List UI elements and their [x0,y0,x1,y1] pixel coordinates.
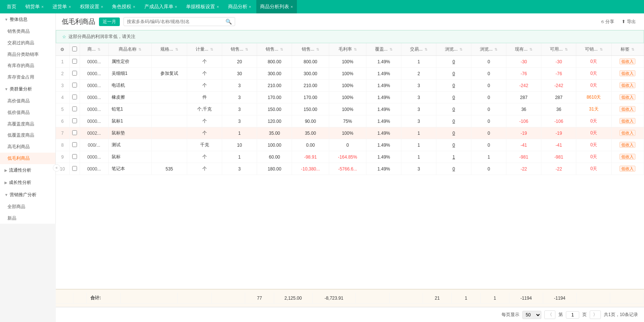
cell-checkbox[interactable] [69,103,80,115]
cell-checkbox[interactable] [69,163,80,175]
sidebar-item-sales-products[interactable]: 销售类商品 [0,26,55,37]
sidebar-item-all-products[interactable]: 全部商品 [0,201,55,213]
col-view2[interactable]: 浏览... ⇅ [471,43,506,56]
cell-current-stock: -19 [506,127,541,139]
sidebar-collapse-button[interactable]: « [53,164,60,172]
nav-product-inbound[interactable]: 产成品入库单 × [141,0,181,13]
cell-available: -106 [541,115,576,127]
row-checkbox-8[interactable] [72,142,77,147]
close-sales-order-icon[interactable]: × [41,4,44,9]
search-input[interactable] [127,19,225,24]
cell-checkbox[interactable] [69,139,80,151]
cell-view1[interactable]: 0 [436,92,471,103]
cell-code: 0002... [80,127,109,139]
nav-product-analysis[interactable]: 商品分析 × [224,0,255,13]
sidebar-group-marketing[interactable]: ▼ 营销推广分析 [0,189,55,201]
row-checkbox-5[interactable] [72,106,77,111]
cell-view1[interactable]: 0 [436,115,471,127]
sidebar-item-high-margin[interactable]: 高毛利商品 [0,141,55,153]
cell-view1[interactable]: 0 [436,103,471,115]
cell-checkbox[interactable] [69,127,80,139]
nav-template-settings[interactable]: 单据模板设置 × [182,0,222,13]
cell-checkbox[interactable] [69,80,80,92]
cell-checkbox[interactable] [69,92,80,103]
col-coverage[interactable]: 覆盖... ⇅ [366,43,401,56]
sidebar-item-inventory-capital[interactable]: 库存资金占用 [0,71,55,83]
page-number-input[interactable] [566,311,579,319]
col-available[interactable]: 可用... ⇅ [541,43,576,56]
sidebar-group-growth[interactable]: ▶ 成长性分析 [0,176,55,189]
row-checkbox-10[interactable] [72,166,77,171]
nav-home[interactable]: 首页 [3,0,20,13]
share-button[interactable]: ⎋ 分享 [599,18,616,26]
close-purchase-order-icon[interactable]: × [68,4,71,9]
cell-checkbox[interactable] [69,115,80,127]
row-checkbox-9[interactable] [72,154,77,159]
close-product-analysis-icon[interactable]: × [249,4,251,9]
col-sales-amount[interactable]: 销售... ⇅ [292,43,329,56]
cell-view1[interactable]: 1 [436,151,471,163]
nav-product-analysis-list[interactable]: 商品分析列表 × [256,0,297,13]
next-page-button[interactable]: 〉 [590,310,601,319]
col-tag[interactable]: 标签 ⇅ [611,43,644,56]
col-unit[interactable]: 计量... ⇅ [187,43,222,56]
col-gross-margin[interactable]: 毛利率 ⇅ [329,43,366,56]
close-product-inbound-icon[interactable]: × [175,4,177,9]
cell-view1[interactable]: 0 [436,80,471,92]
sidebar-group-cluster-analysis[interactable]: ▼ 类群量分析 [0,83,55,95]
nav-role-auth[interactable]: 角色授权 × [108,0,139,13]
close-template-icon[interactable]: × [217,4,219,9]
cell-checkbox[interactable] [69,151,80,163]
nav-sales-order[interactable]: 销货单 × [22,0,47,13]
cell-gross-margin: 100% [329,80,366,92]
cell-checkbox[interactable] [69,56,80,68]
totals-current-stock: -1194 [509,293,543,304]
col-sales-price[interactable]: 销售... ⇅ [257,43,292,56]
col-code[interactable]: 商... ⇅ [80,43,109,56]
row-checkbox-7[interactable] [72,130,77,135]
col-current-stock[interactable]: 现有... ⇅ [506,43,541,56]
sidebar-item-high-value[interactable]: 高价值商品 [0,95,55,107]
filter-recent-month-button[interactable]: 近一月 [99,17,120,26]
sidebar-item-new-products[interactable]: 新品 [0,213,55,224]
col-sales-qty[interactable]: 销售... ⇅ [222,43,257,56]
col-trade-count[interactable]: 交易... ⇅ [401,43,436,56]
select-all-checkbox[interactable] [72,47,77,51]
cell-view1[interactable]: 0 [436,56,471,68]
sidebar-item-stocked-products[interactable]: 有库存的商品 [0,60,55,71]
sidebar: ▼ 整体信息 销售类商品 交易过的商品 商品分类助销率 有库存的商品 库存资金占… [0,13,56,224]
row-checkbox-4[interactable] [72,95,77,99]
sidebar-item-low-value[interactable]: 低价值商品 [0,107,55,118]
sidebar-item-low-margin[interactable]: 低毛利商品 [0,153,55,164]
sidebar-item-traded-products[interactable]: 交易过的商品 [0,37,55,49]
cell-view1[interactable]: 0 [436,68,471,80]
cell-view1[interactable]: 0 [436,163,471,175]
row-checkbox-3[interactable] [72,83,77,87]
export-button[interactable]: ⬆ 导出 [619,18,638,26]
nav-permission-settings[interactable]: 权限设置 × [76,0,107,13]
settings-icon[interactable]: ⚙ [60,47,64,52]
close-analysis-list-icon[interactable]: × [291,4,293,9]
col-name[interactable]: 商品名称 ⇅ [109,43,152,56]
col-sellable[interactable]: 可销... ⇅ [576,43,611,56]
nav-purchase-order[interactable]: 进货单 × [49,0,74,13]
cell-unit: 个 [187,127,222,139]
close-permission-icon[interactable]: × [101,4,103,9]
col-view1[interactable]: 浏览... ⇅ [436,43,471,56]
col-spec[interactable]: 规格... ⇅ [151,43,187,56]
cell-view1[interactable]: 0 [436,127,471,139]
sidebar-item-category-sales-rate[interactable]: 商品分类助销率 [0,49,55,60]
row-checkbox-6[interactable] [72,118,77,123]
cell-view1[interactable]: 0 [436,139,471,151]
page-size-select[interactable]: 50 100 200 [522,311,541,319]
sidebar-item-high-coverage[interactable]: 高覆盖度商品 [0,118,55,130]
row-checkbox-1[interactable] [72,59,77,64]
sidebar-group-overall-info[interactable]: ▼ 整体信息 [0,13,55,26]
sidebar-group-circulation[interactable]: ▶ 流通性分析 [0,164,55,176]
prev-page-button[interactable]: 〈 [544,310,555,319]
sidebar-item-low-coverage[interactable]: 低覆盖度商品 [0,130,55,141]
row-checkbox-2[interactable] [72,71,77,76]
close-role-auth-icon[interactable]: × [133,4,135,9]
col-settings[interactable]: ⚙ [56,43,69,56]
cell-checkbox[interactable] [69,68,80,80]
